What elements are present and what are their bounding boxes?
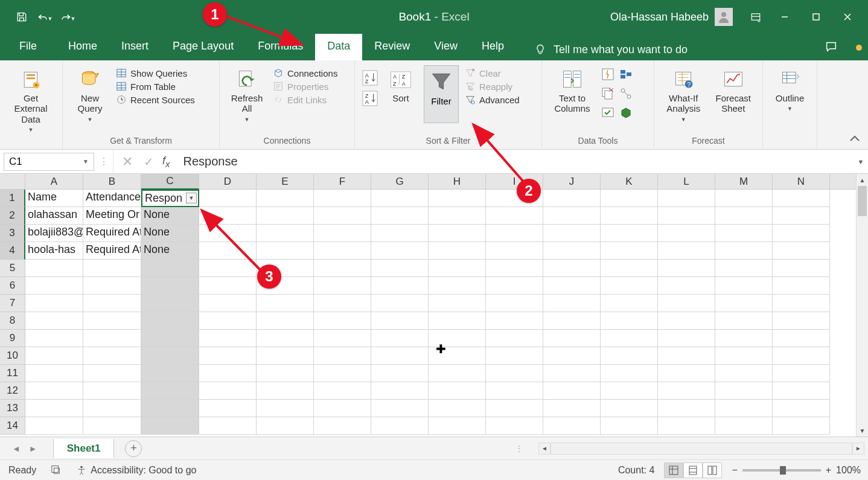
scroll-thumb[interactable]	[858, 186, 867, 216]
cell-M4[interactable]	[715, 242, 773, 260]
cell-H8[interactable]	[429, 312, 486, 330]
cell-L7[interactable]	[658, 295, 715, 312]
cell-G5[interactable]	[371, 260, 429, 277]
column-header-B[interactable]: B	[83, 174, 141, 190]
cell-F10[interactable]	[314, 347, 371, 365]
cell-D7[interactable]	[199, 295, 257, 312]
cell-D12[interactable]	[199, 382, 257, 400]
cell-L13[interactable]	[658, 400, 715, 417]
cell-J2[interactable]	[543, 207, 601, 225]
cell-H6[interactable]	[429, 277, 486, 295]
show-queries-button[interactable]: Show Queries	[116, 68, 195, 78]
cell-E7[interactable]	[257, 295, 314, 312]
cell-E11[interactable]	[257, 365, 314, 382]
cell-B4[interactable]: Required At	[83, 242, 141, 260]
cell-H11[interactable]	[429, 365, 486, 382]
row-header-11[interactable]: 11	[0, 365, 25, 382]
cell-E4[interactable]	[257, 242, 314, 260]
cell-J3[interactable]	[543, 225, 601, 242]
fx-icon[interactable]: fx	[162, 155, 179, 169]
cell-N10[interactable]	[773, 347, 830, 365]
cell-H5[interactable]	[429, 260, 486, 277]
cell-L2[interactable]	[658, 207, 715, 225]
cell-B5[interactable]	[83, 260, 141, 277]
row-header-6[interactable]: 6	[0, 277, 25, 295]
relationships-button[interactable]	[619, 87, 633, 103]
accessibility-status[interactable]: Accessibility: Good to go	[76, 465, 196, 476]
cell-F4[interactable]	[314, 242, 371, 260]
cell-N7[interactable]	[773, 295, 830, 312]
get-external-data-button[interactable]: Get External Data▼	[7, 65, 54, 133]
formula-input[interactable]: Response	[179, 155, 854, 168]
cell-I2[interactable]	[486, 207, 543, 225]
cell-E14[interactable]	[257, 417, 314, 435]
cell-E10[interactable]	[257, 347, 314, 365]
tab-file[interactable]: File	[0, 34, 56, 60]
cell-E1[interactable]	[257, 190, 314, 207]
cell-F11[interactable]	[314, 365, 371, 382]
cell-E8[interactable]	[257, 312, 314, 330]
cell-D8[interactable]	[199, 312, 257, 330]
cell-M13[interactable]	[715, 400, 773, 417]
cell-F5[interactable]	[314, 260, 371, 277]
cell-D5[interactable]	[199, 260, 257, 277]
cell-C11[interactable]	[141, 365, 199, 382]
from-table-button[interactable]: From Table	[116, 81, 195, 92]
cell-N11[interactable]	[773, 365, 830, 382]
cell-N12[interactable]	[773, 382, 830, 400]
expand-formula-bar-button[interactable]: ▼	[854, 158, 868, 165]
cell-F9[interactable]	[314, 330, 371, 347]
cell-H12[interactable]	[429, 382, 486, 400]
comments-button[interactable]	[825, 40, 838, 56]
new-query-button[interactable]: New Query▼	[70, 65, 110, 123]
manage-data-model-button[interactable]	[619, 106, 633, 122]
cell-F1[interactable]	[314, 190, 371, 207]
text-to-columns-button[interactable]: Text to Columns	[549, 65, 595, 114]
cell-M5[interactable]	[715, 260, 773, 277]
select-all-corner[interactable]	[0, 174, 25, 190]
maximize-button[interactable]	[802, 6, 831, 28]
cell-J6[interactable]	[543, 277, 601, 295]
cell-F14[interactable]	[314, 417, 371, 435]
cell-D13[interactable]	[199, 400, 257, 417]
cell-G13[interactable]	[371, 400, 429, 417]
cell-K10[interactable]	[601, 347, 658, 365]
view-normal-button[interactable]	[664, 462, 683, 478]
cell-N8[interactable]	[773, 312, 830, 330]
cell-C12[interactable]	[141, 382, 199, 400]
scroll-right-button[interactable]: ►	[852, 443, 864, 455]
cell-B2[interactable]: Meeting Or	[83, 207, 141, 225]
cell-D2[interactable]	[199, 207, 257, 225]
column-header-G[interactable]: G	[371, 174, 429, 190]
cell-G11[interactable]	[371, 365, 429, 382]
cell-G9[interactable]	[371, 330, 429, 347]
cell-E2[interactable]	[257, 207, 314, 225]
cell-G8[interactable]	[371, 312, 429, 330]
cell-L11[interactable]	[658, 365, 715, 382]
row-header-10[interactable]: 10	[0, 347, 25, 365]
cell-M6[interactable]	[715, 277, 773, 295]
cell-M1[interactable]	[715, 190, 773, 207]
cell-N1[interactable]	[773, 190, 830, 207]
cell-I8[interactable]	[486, 312, 543, 330]
undo-button[interactable]: ▼	[34, 6, 56, 28]
cell-B12[interactable]	[83, 382, 141, 400]
cell-L12[interactable]	[658, 382, 715, 400]
cell-G2[interactable]	[371, 207, 429, 225]
cell-C3[interactable]: None	[141, 225, 199, 242]
horizontal-scrollbar[interactable]: ◄ ►	[538, 442, 864, 455]
cell-K8[interactable]	[601, 312, 658, 330]
vertical-scrollbar[interactable]: ▲ ▼	[856, 174, 868, 437]
cell-I10[interactable]	[486, 347, 543, 365]
column-header-H[interactable]: H	[429, 174, 486, 190]
cell-B3[interactable]: Required At	[83, 225, 141, 242]
row-header-14[interactable]: 14	[0, 417, 25, 435]
cell-J13[interactable]	[543, 400, 601, 417]
cell-M12[interactable]	[715, 382, 773, 400]
cell-H3[interactable]	[429, 225, 486, 242]
cell-L1[interactable]	[658, 190, 715, 207]
cell-A5[interactable]	[25, 260, 83, 277]
cell-A1[interactable]: Name	[25, 190, 83, 207]
cell-D11[interactable]	[199, 365, 257, 382]
refresh-all-button[interactable]: Refresh All▼	[227, 65, 267, 123]
